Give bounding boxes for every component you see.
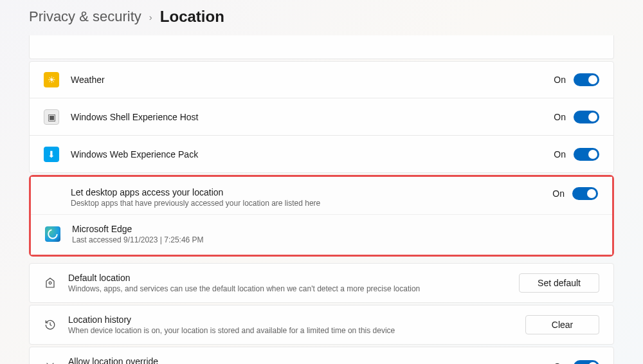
toggle-state: On xyxy=(552,188,565,199)
setting-subtitle: Windows, apps, and services can use the … xyxy=(68,284,519,293)
desktop-app-meta: Last accessed 9/11/2023 | 7:25:46 PM xyxy=(72,235,598,244)
desktop-apps-section-highlight: Let desktop apps access your location De… xyxy=(29,175,614,257)
map-pin-icon xyxy=(44,277,57,289)
setting-title: Location history xyxy=(68,314,525,325)
setting-title: Default location xyxy=(68,273,519,283)
override-icon xyxy=(44,361,57,364)
edge-icon xyxy=(45,226,60,242)
app-permission-row[interactable]: ▣ Windows Shell Experience Host On xyxy=(29,98,614,136)
app-name: Weather xyxy=(71,75,554,85)
desktop-app-name: Microsoft Edge xyxy=(72,224,598,234)
clear-button[interactable]: Clear xyxy=(525,315,599,334)
list-item-cutoff xyxy=(29,35,614,59)
default-location-row: Default location Windows, apps, and serv… xyxy=(29,263,614,303)
toggle-state: On xyxy=(554,112,566,122)
toggle-switch[interactable] xyxy=(572,187,598,200)
breadcrumb: Privacy & security › Location xyxy=(0,0,643,37)
page-title: Location xyxy=(160,8,224,26)
toggle-switch[interactable] xyxy=(574,360,599,364)
app-name: Windows Shell Experience Host xyxy=(71,112,554,122)
section-title: Let desktop apps access your location xyxy=(71,187,552,197)
section-subtitle: Desktop apps that have previously access… xyxy=(71,199,552,208)
toggle-switch[interactable] xyxy=(574,111,599,123)
app-permission-row[interactable]: ⬇ Windows Web Experience Pack On xyxy=(29,136,614,173)
app-permission-row[interactable]: ☀ Weather On xyxy=(29,61,614,98)
toggle-switch[interactable] xyxy=(574,73,599,86)
toggle-state: On xyxy=(554,75,566,85)
weather-icon: ☀ xyxy=(44,72,59,87)
setting-subtitle: When device location is on, your locatio… xyxy=(68,326,525,335)
history-icon xyxy=(44,319,57,331)
setting-title: Allow location override xyxy=(68,356,554,364)
shell-icon: ▣ xyxy=(44,109,59,125)
svg-point-1 xyxy=(49,282,51,284)
desktop-apps-header-row[interactable]: Let desktop apps access your location De… xyxy=(31,177,612,214)
chevron-right-icon: › xyxy=(149,12,152,23)
toggle-switch[interactable] xyxy=(574,148,599,161)
web-experience-icon: ⬇ xyxy=(44,147,59,162)
breadcrumb-parent[interactable]: Privacy & security xyxy=(29,8,141,25)
location-history-row: Location history When device location is… xyxy=(29,305,614,345)
desktop-app-item: Microsoft Edge Last accessed 9/11/2023 |… xyxy=(31,214,612,255)
toggle-state: On xyxy=(554,149,566,159)
toggle-state: On xyxy=(554,361,566,364)
set-default-button[interactable]: Set default xyxy=(519,273,599,293)
svg-point-0 xyxy=(48,230,57,239)
location-override-row: Allow location override Allow apps like … xyxy=(29,347,614,364)
app-name: Windows Web Experience Pack xyxy=(71,149,554,159)
